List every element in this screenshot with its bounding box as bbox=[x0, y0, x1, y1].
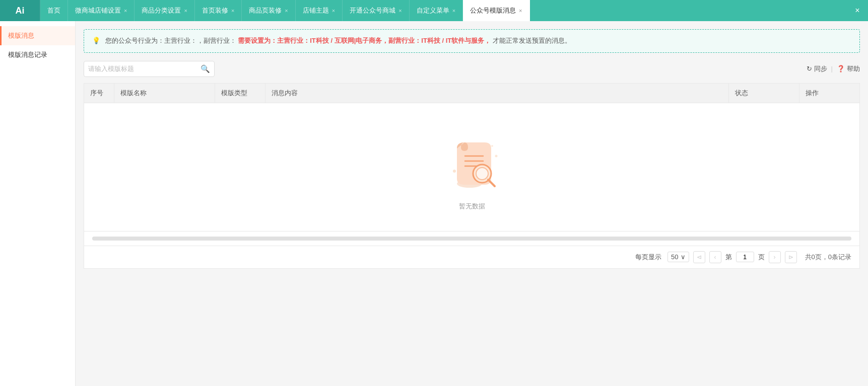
data-table: 序号 模版名称 模版类型 消息内容 状态 操作 bbox=[84, 83, 860, 231]
tab-shop-theme[interactable]: 店铺主题 × bbox=[296, 0, 343, 21]
page-label-pre: 第 bbox=[725, 253, 732, 262]
sidebar: 模版消息 模版消息记录 bbox=[0, 21, 76, 386]
prev-page-button[interactable]: ‹ bbox=[709, 251, 721, 263]
page-size-label: 每页显示 bbox=[635, 253, 661, 262]
pagination: 每页显示 50 ∨ ⊲ ‹ 第 页 › ⊳ 共0页，0条记录 bbox=[84, 246, 860, 269]
page-size-value: 50 bbox=[671, 253, 678, 261]
col-header-status: 状态 bbox=[729, 83, 799, 103]
svg-point-8 bbox=[495, 155, 497, 157]
first-page-button[interactable]: ⊲ bbox=[693, 251, 705, 263]
notice-icon: 💡 bbox=[92, 37, 100, 44]
page-label-post: 页 bbox=[758, 253, 765, 262]
page-number-input[interactable] bbox=[736, 252, 754, 262]
svg-point-7 bbox=[453, 170, 456, 173]
tab-shop-setting[interactable]: 微商城店铺设置 × bbox=[68, 0, 135, 21]
search-button[interactable]: 🔍 bbox=[201, 64, 210, 73]
close-tab-template-msg[interactable]: × bbox=[519, 8, 522, 14]
tab-product-decor[interactable]: 商品页装修 × bbox=[242, 0, 295, 21]
search-input-wrap: 🔍 bbox=[84, 61, 215, 77]
search-input[interactable] bbox=[88, 65, 201, 72]
page-size-select[interactable]: 50 ∨ bbox=[667, 252, 689, 262]
brand-tab[interactable]: Ai bbox=[0, 0, 40, 21]
sidebar-item-template-msg-log[interactable]: 模版消息记录 bbox=[0, 45, 75, 64]
close-tab-shop-theme[interactable]: × bbox=[332, 8, 335, 14]
search-bar: 🔍 ↻ 同步 | ❓ 帮助 bbox=[84, 61, 860, 77]
svg-point-5 bbox=[476, 168, 488, 180]
main-layout: 模版消息 模版消息记录 💡 您的公众号行业为：主营行业：，副营行业： 需要设置为… bbox=[0, 21, 868, 386]
help-button[interactable]: ❓ 帮助 bbox=[837, 64, 860, 73]
tab-template-msg[interactable]: 公众号模版消息 × bbox=[463, 0, 529, 21]
close-tab-product-decor[interactable]: × bbox=[285, 8, 288, 14]
scrollbar-area bbox=[84, 231, 860, 246]
next-page-button[interactable]: › bbox=[769, 251, 781, 263]
topbar: Ai 首页 微商城店铺设置 × 商品分类设置 × 首页装修 × 商品页装修 × … bbox=[0, 0, 868, 21]
sync-icon: ↻ bbox=[807, 65, 812, 72]
empty-text: 暂无数据 bbox=[84, 202, 859, 211]
notice-box: 💡 您的公众号行业为：主营行业：，副营行业： 需要设置为：主营行业：IT科技 /… bbox=[84, 29, 860, 53]
toolbar-divider: | bbox=[831, 65, 833, 72]
tab-home-decor[interactable]: 首页装修 × bbox=[195, 0, 242, 21]
last-page-button[interactable]: ⊳ bbox=[785, 251, 797, 263]
empty-illustration bbox=[442, 133, 502, 194]
svg-point-9 bbox=[491, 145, 493, 147]
empty-state: 暂无数据 bbox=[84, 103, 859, 231]
close-tab-home-decor[interactable]: × bbox=[231, 8, 234, 14]
content-area: 💡 您的公众号行业为：主营行业：，副营行业： 需要设置为：主营行业：IT科技 /… bbox=[76, 21, 868, 386]
toolbar-right: ↻ 同步 | ❓ 帮助 bbox=[807, 64, 860, 73]
tab-open-mall[interactable]: 开通公众号商城 × bbox=[343, 0, 409, 21]
tab-home[interactable]: 首页 bbox=[40, 0, 68, 21]
close-tab-shop-setting[interactable]: × bbox=[124, 8, 127, 14]
tab-category-setting[interactable]: 商品分类设置 × bbox=[135, 0, 194, 21]
tab-custom-menu[interactable]: 自定义菜单 × bbox=[410, 0, 463, 21]
sync-button[interactable]: ↻ 同步 bbox=[807, 64, 827, 73]
horizontal-scrollbar[interactable] bbox=[92, 237, 851, 241]
col-header-action: 操作 bbox=[799, 83, 860, 103]
col-header-type: 模版类型 bbox=[215, 83, 265, 103]
close-tab-custom-menu[interactable]: × bbox=[452, 8, 455, 14]
sidebar-item-template-msg[interactable]: 模版消息 bbox=[0, 26, 75, 45]
col-header-index: 序号 bbox=[84, 83, 114, 103]
col-header-content: 消息内容 bbox=[265, 83, 729, 103]
total-info: 共0页，0条记录 bbox=[805, 253, 851, 262]
chevron-down-icon: ∨ bbox=[681, 253, 686, 261]
col-header-name: 模版名称 bbox=[114, 83, 215, 103]
close-tab-category[interactable]: × bbox=[184, 8, 187, 14]
window-close-button[interactable]: × bbox=[847, 0, 868, 21]
close-tab-open-mall[interactable]: × bbox=[398, 8, 402, 14]
help-icon: ❓ bbox=[837, 65, 845, 72]
